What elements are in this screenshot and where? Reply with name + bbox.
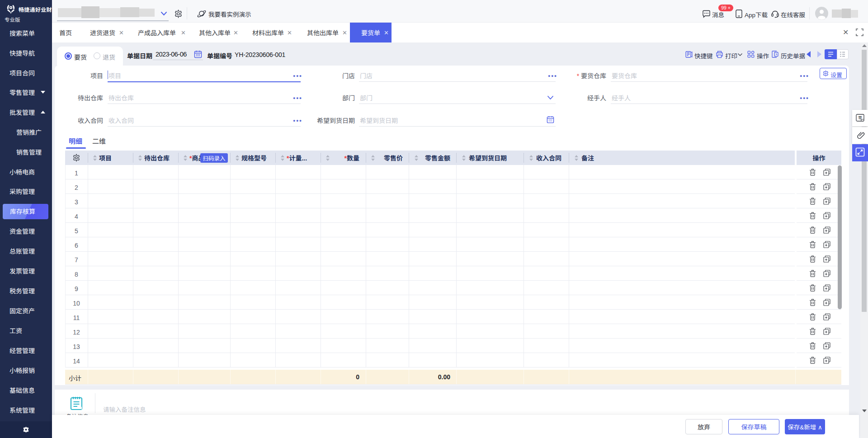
svg-text:草: 草 xyxy=(858,115,862,121)
